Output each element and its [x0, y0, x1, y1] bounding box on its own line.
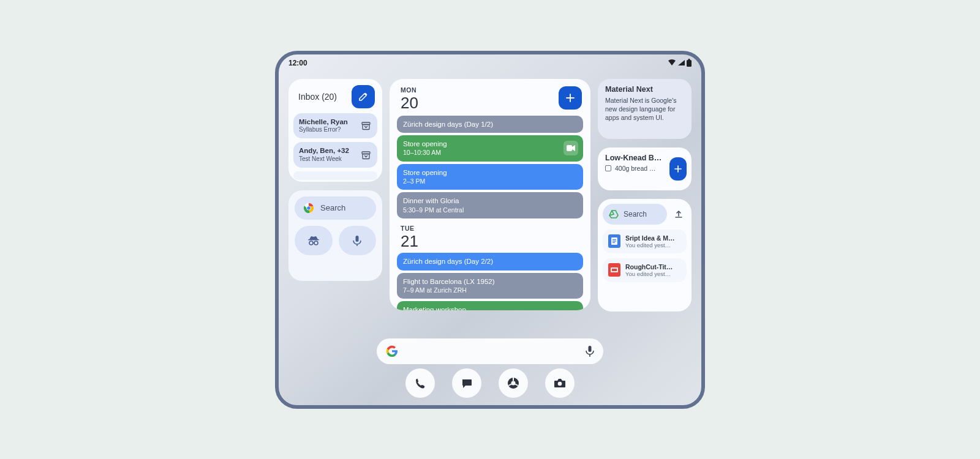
- chrome-icon: [507, 376, 520, 390]
- mail-from: Michelle, Ryan: [299, 118, 348, 127]
- add-note-button[interactable]: [669, 157, 687, 181]
- add-event-button[interactable]: [559, 86, 582, 110]
- archive-icon[interactable]: [360, 119, 372, 132]
- svg-rect-5: [363, 154, 369, 159]
- google-search-bar[interactable]: [377, 338, 603, 364]
- checklist-item: 400g bread …: [615, 165, 656, 172]
- svg-rect-17: [612, 241, 616, 241]
- drive-search-label: Search: [624, 210, 647, 218]
- svg-rect-13: [356, 236, 359, 242]
- upload-icon: [674, 209, 684, 219]
- event-time: 10–10:30 AM: [403, 149, 441, 156]
- upload-button[interactable]: [671, 209, 687, 219]
- mail-from: Andy, Ben, +32: [299, 147, 349, 155]
- event-time: 5:30–9 PM at Central: [403, 206, 464, 214]
- event-title: Zürich design days (Day 2/2): [403, 258, 493, 265]
- calendar-day-number: 20: [401, 95, 418, 111]
- event-title: Dinner with Gloria: [403, 197, 459, 204]
- plus-icon: [674, 165, 682, 173]
- phone-app[interactable]: [405, 368, 435, 398]
- google-logo-icon: [385, 345, 399, 358]
- calendar-event[interactable]: Store opening 10–10:30 AM: [397, 135, 583, 162]
- chrome-search-input[interactable]: Search: [295, 196, 376, 220]
- incognito-icon: [307, 234, 320, 247]
- event-time: 7–9 AM at Zurich ZRH: [403, 286, 467, 294]
- mail-item[interactable]: Michelle, Ryan Syllabus Error?: [293, 113, 377, 139]
- microphone-icon: [351, 234, 363, 247]
- slides-icon: [608, 263, 620, 277]
- phone-icon: [414, 377, 426, 389]
- messages-app[interactable]: [452, 368, 481, 398]
- svg-rect-0: [687, 60, 692, 67]
- video-call-icon[interactable]: [564, 141, 578, 155]
- docs-icon: [608, 234, 620, 248]
- calendar-event[interactable]: Marketing workshop: [397, 301, 583, 310]
- calendar-event[interactable]: Flight to Barcelona (LX 1952) 7–9 AM at …: [397, 273, 583, 299]
- chrome-icon: [303, 203, 314, 214]
- svg-rect-21: [589, 346, 592, 352]
- compose-button[interactable]: [352, 85, 375, 108]
- calendar-event[interactable]: Store opening 2–3 PM: [397, 164, 583, 190]
- status-bar: 12:00: [279, 54, 701, 67]
- chrome-search-label: Search: [320, 203, 345, 212]
- event-title: Store opening: [403, 140, 447, 147]
- note-body: Material Next is Google's new design lan…: [605, 96, 684, 122]
- drive-widget: Search Sript Idea & M… You edited yest…: [598, 199, 692, 312]
- svg-rect-14: [567, 145, 572, 151]
- chrome-app[interactable]: [499, 368, 528, 398]
- calendar-widget[interactable]: MON 20 Zürich design days (Day 1/2) Stor…: [390, 79, 590, 310]
- keep-list-widget[interactable]: Low-Knead B… 400g bread …: [598, 147, 692, 190]
- event-title: Flight to Barcelona (LX 1952): [403, 278, 495, 285]
- svg-point-11: [309, 241, 313, 245]
- event-title: Marketing workshop: [403, 306, 466, 310]
- microphone-icon[interactable]: [585, 345, 595, 357]
- mail-subject: Syllabus Error?: [299, 126, 348, 133]
- mail-item[interactable]: Andy, Ben, +32 Test Next Week: [293, 142, 377, 168]
- archive-icon[interactable]: [360, 149, 372, 161]
- status-time: 12:00: [288, 59, 307, 67]
- camera-icon: [553, 378, 567, 389]
- chat-icon: [461, 377, 473, 389]
- drive-file-item[interactable]: RoughCut-Tit… You edited yest…: [603, 258, 687, 282]
- file-subtitle: You edited yest…: [625, 271, 673, 277]
- gmail-title: Inbox (20): [298, 92, 337, 102]
- incognito-button[interactable]: [295, 226, 333, 255]
- svg-point-9: [307, 206, 311, 210]
- calendar-event[interactable]: Zürich design days (Day 2/2): [397, 253, 583, 270]
- cellular-icon: [677, 59, 685, 66]
- camera-app[interactable]: [545, 368, 575, 398]
- calendar-event[interactable]: Zürich design days (Day 1/2): [397, 116, 583, 133]
- note-title: Material Next: [605, 85, 684, 94]
- svg-rect-3: [363, 124, 369, 129]
- plus-icon: [565, 93, 575, 103]
- voice-search-button[interactable]: [339, 226, 377, 255]
- svg-rect-10: [308, 239, 319, 241]
- checkbox-icon[interactable]: [605, 165, 611, 171]
- file-name: Sript Idea & M…: [625, 234, 675, 242]
- svg-rect-16: [612, 239, 616, 240]
- mail-item[interactable]: [293, 171, 377, 180]
- wifi-icon: [668, 59, 676, 66]
- calendar-event[interactable]: Dinner with Gloria 5:30–9 PM at Central: [397, 192, 583, 218]
- svg-rect-18: [612, 242, 615, 243]
- event-title: Store opening: [403, 169, 447, 176]
- drive-file-item[interactable]: Sript Idea & M… You edited yest…: [603, 230, 687, 253]
- svg-rect-1: [688, 59, 690, 61]
- calendar-day-label: MON: [401, 86, 418, 94]
- svg-rect-20: [612, 269, 617, 271]
- tablet-home-screen: 12:00 Inbox (20) Michelle, Ryan Syllab: [275, 51, 705, 409]
- calendar-day-number: 21: [401, 233, 579, 249]
- app-dock: [405, 368, 575, 398]
- event-time: 2–3 PM: [403, 177, 425, 185]
- drive-search-input[interactable]: Search: [603, 204, 667, 225]
- pencil-icon: [358, 92, 368, 102]
- gmail-widget[interactable]: Inbox (20) Michelle, Ryan Syllabus Error…: [288, 79, 382, 182]
- keep-note-widget[interactable]: Material Next Material Next is Google's …: [598, 79, 692, 139]
- event-title: Zürich design days (Day 1/2): [403, 121, 493, 128]
- svg-point-23: [511, 381, 516, 385]
- battery-icon: [687, 59, 692, 67]
- file-subtitle: You edited yest…: [625, 242, 675, 248]
- svg-point-24: [558, 381, 562, 386]
- chrome-search-widget: Search: [288, 190, 382, 281]
- calendar-day-label: TUE: [401, 225, 579, 232]
